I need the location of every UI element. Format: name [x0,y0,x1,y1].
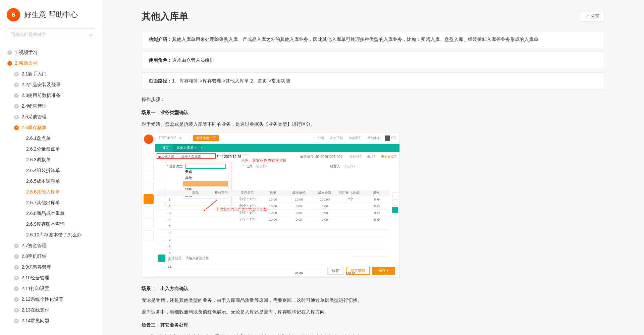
sidebar-item[interactable]: +2.11打印设置 [7,283,95,294]
intro-box: 功能介绍：其他入库单用来处理除采购入库、产成品入库之外的其他入库业务，因此其他入… [142,31,604,48]
scene1-text: 对于受赠、盘盈或是拆装入库等不同的业务，是通过单据头【业务类型】进行区分。 [142,120,604,128]
ss-nav-icon [144,230,154,240]
ss-table: 商品规格型号库存单位数量成本单价成本金额可用量（后端）操作 1个/个 * 1个)… [157,190,389,277]
share-button[interactable]: ↗ 分享 [580,11,604,22]
table-row: 7 [157,236,389,243]
plus-icon[interactable]: + [14,319,19,323]
sidebar-item[interactable]: +2.5采购管理 [7,111,95,122]
sidebar-item[interactable]: 2.6.1盘点单 [7,133,95,144]
annotation-text: 入库、退货业务 在这里切换 [241,158,286,163]
table-row: 5 [157,223,389,230]
search-input[interactable] [7,28,95,40]
sidebar-item[interactable]: +2.8手机旺铺 [7,251,95,262]
plus-icon[interactable]: + [14,286,19,291]
plus-icon[interactable]: + [14,72,19,76]
sidebar-item-label: 2.4销售管理 [21,103,47,109]
site-title: 好生意 帮助中心 [24,10,78,20]
sidebar-item-label: 2.5采购管理 [21,114,47,119]
table-row: 2个/个 * 1个)10.000.000.00⊕ ⊖ [157,203,389,210]
sidebar-item[interactable]: +2.13在线支付 [7,304,95,315]
sidebar-item[interactable]: +2.3使用前数据准备 [7,90,95,101]
search-wrap: ⌕ [7,28,95,40]
ss-nav-icon [144,182,154,192]
sidebar-item[interactable]: 2.6.3调拨单 [7,154,95,165]
plus-icon[interactable]: + [14,82,19,87]
plus-icon[interactable]: + [14,93,19,98]
sidebar-item-label: 2.6.4组装拆卸单 [26,168,60,173]
sidebar-item-label: 2.6.10库存账本错了怎么办 [26,232,82,237]
sidebar-item[interactable]: +2.14常见问题 [7,315,95,326]
plus-icon[interactable]: + [14,254,19,259]
plus-icon[interactable]: + [14,297,19,302]
ss-company: TEST-H002 [159,136,176,140]
sidebar-item[interactable]: 2.6.10库存账本错了怎么办 [7,229,95,240]
ss-side-icons [392,192,398,213]
sidebar-item[interactable]: 2.6.9库存账本查询 [7,219,95,229]
minus-icon[interactable]: − [7,61,12,66]
ss-nav-icon [144,158,154,168]
sidebar-item[interactable]: +2.10经营管理 [7,272,95,283]
table-row: 6 [157,230,389,236]
ss-nav-icon [144,146,154,156]
steps-label: 操作步骤： [142,95,604,104]
sidebar-item-label: 2.6.5成本调整单 [26,178,60,184]
role-box: 使用角色：通常由仓管人员维护 [142,52,604,69]
sidebar-item[interactable]: +2.4销售管理 [7,101,95,111]
sidebar-item[interactable]: −2.帮助文档 [7,58,95,68]
table-row: 3个/个 * 1个)10.000.000.00⊕ ⊖ [157,210,389,216]
ss-save-button: 保存 ▾ [372,267,395,275]
ss-tab-current: 其他入库单 × [173,144,201,152]
scene1-title: 场景一：业务类型确认 [142,108,604,117]
minus-icon[interactable]: − [14,125,19,130]
sidebar-item-label: 2.12系统个性化设置 [21,296,63,302]
sidebar-item-label: 2.3使用前数据准备 [21,93,61,98]
ss-logo-icon [144,134,153,144]
ss-remark-input [184,256,352,260]
sidebar-item[interactable]: 2.6.7其他出库单 [7,197,95,208]
ss-tab-close-icon: × [201,146,203,150]
sidebar-item[interactable]: +1.视频学习 [7,47,95,58]
plus-icon[interactable]: + [14,265,19,270]
sidebar-item-label: 2.8手机旺铺 [21,254,47,259]
ss-topbar: TEST-H002 ▾ ⌕ 邀请体验一下 消息 App下载 加减索引 帮助中心 … [155,132,399,144]
sidebar-item[interactable]: +2.1新手入门 [7,68,95,79]
ss-footer-buttons: 放弃 保存草稿 保存 ▾ [327,267,395,275]
ss-nav-icon [144,218,154,228]
sidebar-item[interactable]: −2.6库存核算 [7,122,95,133]
sidebar-item-label: 2.13在线支付 [21,307,49,313]
sidebar-item[interactable]: +2.12系统个性化设置 [7,294,95,304]
scene2-title: 场景二：出入方向确认 [142,284,604,293]
plus-icon[interactable]: + [14,115,19,119]
sidebar-item[interactable]: +2.9优惠券管理 [7,262,95,272]
scene3-title: 场景三：其它业务处理 [142,321,604,329]
page-title: 其他入库单 [142,10,189,23]
sidebar-item[interactable]: 2.6.4组装拆卸单 [7,165,95,176]
sidebar-item[interactable]: 2.6.6其他入库单 [7,186,95,197]
table-row: 4个/个 * 1个)10.000.000.00⊕ ⊖ [157,216,389,223]
ss-nav-icon [144,170,154,180]
sidebar-item-label: 2.6.6其他入库单 [26,189,60,194]
arrow-icon [217,156,234,156]
sidebar-item[interactable]: 2.6.5成本调整单 [7,176,95,186]
sidebar-item[interactable]: 2.6.8商品成本重算 [7,208,95,219]
plus-icon[interactable]: + [14,276,19,280]
sidebar-item-label: 2.1新手入门 [21,71,47,76]
sidebar-item[interactable]: 2.6.2分量盘点单 [7,144,95,154]
sidebar-item[interactable]: +2.7资金管理 [7,240,95,251]
ss-biztype-select [185,164,226,169]
scene3-p1: 1、赠品入库的商品直接转为销售。通过工具栏【复制/复制为销货单】功能，将单据信息… [142,333,604,335]
plus-icon[interactable]: + [14,243,19,248]
sidebar-item-label: 2.9优惠券管理 [21,264,51,270]
sidebar-item-label: 2.6.2分量盘点单 [26,146,60,152]
path-box: 页面路径：1、库存核算->库存管理->其他入库单 2、首页->常用功能 [142,72,604,90]
sidebar-item-label: 2.7资金管理 [21,243,47,248]
page-head: 其他入库单 ↗ 分享 [142,10,604,23]
plus-icon[interactable]: + [7,50,12,55]
ss-draft-button: 保存草稿 [346,267,370,275]
sidebar-item[interactable]: +2.2产品安装及登录 [7,79,95,90]
plus-icon[interactable]: + [14,104,19,109]
search-icon[interactable]: ⌕ [89,32,92,37]
ss-remark-label: 备注信息 [168,256,181,261]
plus-icon[interactable]: + [14,308,19,313]
table-row: 8 [157,243,389,250]
